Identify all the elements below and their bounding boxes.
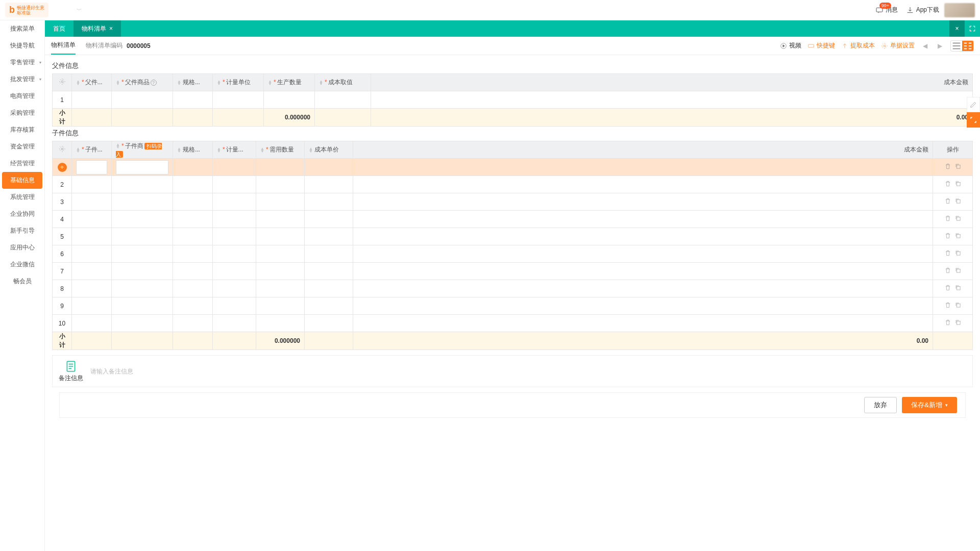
messages-button[interactable]: 99+ 消息: [875, 6, 898, 14]
remark-section: 备注信息: [52, 355, 973, 387]
child-col-0[interactable]: ▲▼子件...: [72, 141, 112, 159]
sidebar-item-1[interactable]: 快捷导航: [0, 37, 44, 54]
parent-section-title: 父件信息: [52, 61, 973, 70]
tab-bom[interactable]: 物料清单 ×: [74, 20, 121, 37]
parent-subtotal-qty: 0.000000: [264, 109, 315, 127]
child-row-8[interactable]: 8: [53, 280, 973, 297]
sidebar-item-15[interactable]: 畅会员: [0, 273, 44, 290]
child-col-4[interactable]: ▲▼需用数量: [256, 141, 305, 159]
child-subtotal-amount: 0.00: [353, 332, 933, 350]
download-icon: [906, 6, 914, 14]
prev-doc-icon[interactable]: ◀: [921, 42, 929, 49]
trash-icon: [944, 284, 951, 291]
child-col-2[interactable]: ▲▼规格...: [173, 141, 213, 159]
view-card-button[interactable]: [962, 41, 973, 51]
company-dropdown-icon[interactable]: ﹀: [77, 7, 82, 14]
gear-icon[interactable]: [59, 145, 66, 153]
float-edit-button[interactable]: [967, 97, 980, 112]
avatar[interactable]: [944, 3, 975, 17]
view-list-button[interactable]: [951, 41, 962, 51]
add-row-button[interactable]: +: [58, 163, 67, 172]
doc-code-label: 物料清单编码: [86, 41, 122, 50]
sidebar-item-7[interactable]: 资金管理: [0, 138, 44, 155]
sidebar-item-13[interactable]: 应用中心: [0, 239, 44, 256]
child-row-6[interactable]: 6: [53, 245, 973, 263]
tool-extract-cost[interactable]: 提取成本: [841, 41, 875, 50]
note-icon: [64, 360, 78, 373]
svg-rect-7: [957, 183, 960, 186]
tool-shortcut[interactable]: 快捷键: [807, 41, 835, 50]
pencil-icon: [969, 101, 977, 109]
brand-logo: b 畅捷通好生意 标准版: [5, 3, 48, 17]
copy-icon: [954, 215, 962, 222]
keyboard-icon: [807, 42, 815, 49]
content-scroll: 父件信息 ▲▼父件...▲▼父件商品?▲▼规格...▲▼计量单位▲▼生产数量▲▼…: [45, 55, 980, 551]
sidebar-item-5[interactable]: 采购管理: [0, 105, 44, 121]
gear-icon[interactable]: [59, 78, 66, 85]
trash-icon: [944, 197, 951, 205]
chevron-down-icon: ▾: [945, 403, 948, 408]
parent-row[interactable]: 1: [53, 91, 973, 109]
brand-line1: 畅捷通好生意: [17, 5, 44, 10]
float-expand-button[interactable]: [967, 112, 980, 128]
svg-rect-14: [957, 304, 960, 307]
copy-icon: [954, 232, 962, 239]
sidebar-item-3[interactable]: 批发管理▾: [0, 71, 44, 88]
svg-point-3: [884, 45, 886, 47]
parent-col-1[interactable]: ▲▼父件商品?: [112, 74, 173, 91]
sidebar-item-9[interactable]: 基础信息: [2, 172, 42, 189]
breadcrumb-tab[interactable]: 物料清单: [51, 37, 76, 55]
discard-button[interactable]: 放弃: [864, 397, 897, 413]
remark-input[interactable]: [90, 368, 966, 375]
child-row-10[interactable]: 10: [53, 315, 973, 332]
svg-rect-11: [957, 252, 960, 255]
copy-icon: [954, 163, 962, 170]
child-product-input[interactable]: [116, 160, 168, 174]
sidebar-item-4[interactable]: 电商管理: [0, 88, 44, 105]
child-row-2[interactable]: 2: [53, 176, 973, 193]
parent-col-2[interactable]: ▲▼规格...: [173, 74, 213, 91]
sidebar-item-6[interactable]: 库存核算: [0, 121, 44, 138]
app-download-button[interactable]: App下载: [906, 6, 939, 14]
arrow-up-icon: [841, 42, 848, 49]
next-doc-icon[interactable]: ▶: [936, 42, 944, 49]
child-row-4[interactable]: 4: [53, 211, 973, 228]
parent-col-0[interactable]: ▲▼父件...: [72, 74, 112, 91]
sidebar-item-11[interactable]: 企业协同: [0, 206, 44, 222]
parent-table: ▲▼父件...▲▼父件商品?▲▼规格...▲▼计量单位▲▼生产数量▲▼成本取值成…: [52, 73, 973, 127]
parent-col-6[interactable]: 成本金额: [371, 74, 973, 91]
sidebar-item-2[interactable]: 零售管理▾: [0, 54, 44, 71]
sidebar-item-12[interactable]: 新手引导: [0, 222, 44, 239]
child-col-1[interactable]: ▲▼子件商扫码录入: [112, 141, 173, 159]
save-and-new-button[interactable]: 保存&新增▾: [902, 397, 957, 413]
brand-line2: 标准版: [17, 10, 44, 15]
child-row-1[interactable]: +: [53, 159, 973, 176]
tab-close-all-button[interactable]: ×: [949, 20, 965, 37]
child-row-3[interactable]: 3: [53, 193, 973, 211]
tool-doc-settings[interactable]: 单据设置: [881, 41, 915, 50]
tab-home[interactable]: 首页: [45, 20, 74, 37]
sidebar-item-0[interactable]: 搜索菜单: [0, 20, 44, 37]
svg-rect-9: [957, 217, 960, 220]
child-col-5[interactable]: ▲▼成本单价: [305, 141, 353, 159]
sidebar-item-8[interactable]: 经营管理: [0, 155, 44, 172]
child-row-9[interactable]: 9: [53, 297, 973, 315]
parent-col-4[interactable]: ▲▼生产数量: [264, 74, 315, 91]
parent-col-5[interactable]: ▲▼成本取值: [315, 74, 371, 91]
tool-video[interactable]: 视频: [780, 41, 801, 50]
child-row-7[interactable]: 7: [53, 263, 973, 280]
child-col-3[interactable]: ▲▼计量...: [213, 141, 256, 159]
child-row-5[interactable]: 5: [53, 228, 973, 245]
close-icon[interactable]: ×: [109, 25, 113, 32]
help-icon[interactable]: ?: [151, 80, 157, 86]
main-area: 首页 物料清单 × × 物料清单 物料清单编码 0000005 视频: [45, 20, 980, 551]
svg-rect-12: [957, 269, 960, 272]
parent-col-3[interactable]: ▲▼计量单位: [213, 74, 264, 91]
fullscreen-icon[interactable]: [965, 20, 980, 37]
child-code-input[interactable]: [76, 160, 107, 174]
sidebar-item-10[interactable]: 系统管理: [0, 189, 44, 206]
child-col-6[interactable]: 成本金额: [353, 141, 933, 159]
breadcrumb: 物料清单 物料清单编码 0000005 视频 快捷键 提取成本 单据: [45, 37, 980, 55]
child-table: ▲▼子件...▲▼子件商扫码录入▲▼规格...▲▼计量...▲▼需用数量▲▼成本…: [52, 141, 973, 350]
sidebar-item-14[interactable]: 企业微信: [0, 256, 44, 273]
